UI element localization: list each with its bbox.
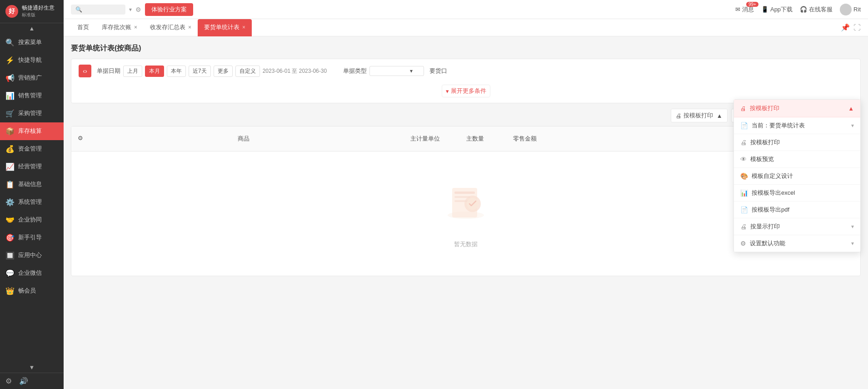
app-name: 畅捷通好生意 (22, 5, 55, 12)
tab-order-stats[interactable]: 要货单统计表 × (198, 19, 252, 36)
date-btn-last-month[interactable]: 上月 (123, 66, 142, 77)
sidebar-item-marketing[interactable]: 📢 营销推广 (0, 69, 64, 87)
sound-icon[interactable]: 🔊 (19, 377, 28, 385)
tab-receivable-close[interactable]: × (188, 24, 191, 30)
sidebar-item-member[interactable]: 👑 畅会员 (0, 282, 64, 300)
topbar-search-box[interactable]: 🔍 (71, 5, 125, 15)
date-range: 2023-06-01 至 2023-06-30 (263, 67, 327, 75)
filter-row: ‹› 单据日期 上月 本月 本年 近7天 更多 自定义 2023-06-01 至… (79, 65, 853, 77)
sidebar-item-label-search: 搜索菜单 (18, 38, 42, 46)
sidebar-item-finance[interactable]: 💰 资金管理 (0, 140, 64, 158)
current-template-item[interactable]: 📄 当前：要货单统计表 ▾ (734, 117, 860, 134)
guide-icon: 🎯 (5, 233, 15, 242)
sidebar-item-label-operation: 经营管理 (18, 162, 42, 171)
dropdown-title: 按模板打印 (750, 104, 779, 112)
topbar-right: ✉ 消息 99+ 📱 App下载 🎧 在线客服 Rit (735, 4, 861, 15)
topbar-dropdown-icon[interactable]: ▾ (129, 6, 132, 13)
sidebar-item-label-sales: 销售管理 (18, 91, 42, 100)
sidebar-item-guide[interactable]: 🎯 新手引导 (0, 229, 64, 247)
expand-label: 展开更多条件 (451, 87, 486, 95)
default-func-icon: ⚙ (740, 240, 746, 247)
template-print-icon: 🖨 (740, 139, 747, 146)
col-product: 商品 (90, 131, 398, 147)
sidebar-item-purchase[interactable]: 🛒 采购管理 (0, 105, 64, 122)
topbar-online-service[interactable]: 🎧 在线客服 (800, 5, 833, 14)
topbar-search-icon: 🔍 (75, 6, 82, 13)
tab-batch-close[interactable]: × (134, 24, 137, 30)
sidebar-item-collab[interactable]: 🤝 企业协同 (0, 211, 64, 229)
sidebar-item-basic[interactable]: 📋 基础信息 (0, 176, 64, 193)
sidebar-item-inventory[interactable]: 📦 库存核算 (0, 122, 64, 140)
topbar-app-download[interactable]: 📱 App下载 (761, 5, 793, 14)
tab-batch[interactable]: 库存批次账 × (95, 19, 144, 36)
trial-button[interactable]: 体验行业方案 (145, 3, 193, 16)
logo-text-block: 畅捷通好生意 标准版 (22, 5, 55, 18)
inventory-icon: 📦 (5, 127, 15, 136)
sidebar-item-label-weixin: 企业微信 (18, 269, 42, 277)
template-preview-item[interactable]: 👁 模板预览 (734, 151, 860, 168)
dropdown-close-arrow[interactable]: ▲ (848, 105, 854, 112)
type-select[interactable]: ▾ (369, 66, 424, 76)
col-settings[interactable]: ⚙ (71, 131, 90, 147)
display-print-item[interactable]: 🖨 按显示打印 ▾ (734, 218, 860, 235)
dropdown-printer-icon: 🖨 (740, 105, 746, 112)
print-btn-label: 按模板打印 (683, 111, 713, 120)
date-btn-this-year[interactable]: 本年 (167, 66, 186, 77)
print-dropdown-arrow: ▲ (717, 112, 723, 119)
marketing-icon: 📢 (5, 74, 15, 82)
tab-home-label: 首页 (77, 23, 89, 31)
template-custom-label: 模板自定义设计 (752, 172, 793, 180)
type-filter: 单据类型 ▾ (343, 66, 424, 76)
tab-expand-icon[interactable]: ⛶ (853, 24, 861, 32)
template-print-item[interactable]: 🖨 按模板打印 (734, 134, 860, 151)
default-func-left: ⚙ 设置默认功能 (740, 239, 785, 248)
sidebar-item-operation[interactable]: 📈 经营管理 (0, 158, 64, 176)
date-btn-more[interactable]: 更多 (214, 66, 233, 77)
tab-pin-icon[interactable]: 📌 (841, 23, 850, 32)
default-func-label: 设置默认功能 (750, 239, 785, 248)
app-download-icon: 📱 (761, 6, 768, 13)
date-btn-custom[interactable]: 自定义 (235, 66, 260, 77)
template-custom-item[interactable]: 🎨 模板自定义设计 (734, 168, 860, 185)
topbar-gear-icon[interactable]: ⚙ (135, 6, 141, 13)
default-func-item[interactable]: ⚙ 设置默认功能 ▾ (734, 235, 860, 252)
topbar-messages[interactable]: ✉ 消息 99+ (735, 5, 754, 14)
sidebar-item-label-quicknav: 快捷导航 (18, 56, 42, 64)
app-download-label: App下载 (770, 5, 793, 14)
tab-receivable[interactable]: 收发存汇总表 × (144, 19, 198, 36)
sidebar-scroll-down[interactable]: ▼ (0, 362, 64, 373)
sidebar-item-label-guide: 新手引导 (18, 233, 42, 242)
logo-icon: 好 (5, 5, 18, 18)
template-excel-item[interactable]: 📊 按模板导出excel (734, 185, 860, 202)
sidebar-item-apps[interactable]: 🔲 应用中心 (0, 247, 64, 264)
date-filter: 单据日期 上月 本月 本年 近7天 更多 自定义 2023-06-01 至 20… (97, 66, 327, 77)
filter-collapse-btn[interactable]: ‹› (79, 65, 91, 77)
filter-expand-btn[interactable]: ▾ 展开更多条件 (442, 85, 490, 97)
order-type-filter: 要货口 (429, 67, 447, 75)
sidebar-item-weixin[interactable]: 💬 企业微信 (0, 264, 64, 282)
tab-bar: 首页 库存批次账 × 收发存汇总表 × 要货单统计表 × 📌 ⛶ (64, 19, 868, 36)
sales-icon: 📊 (5, 91, 15, 100)
app-version: 标准版 (22, 12, 55, 18)
date-btn-this-month[interactable]: 本月 (145, 66, 164, 77)
sidebar-scroll-up[interactable]: ▲ (0, 23, 64, 34)
order-type-label: 要货口 (429, 67, 447, 75)
expand-icon: ▾ (446, 88, 449, 95)
template-pdf-item[interactable]: 📄 按模板导出pdf (734, 202, 860, 218)
svg-rect-2 (454, 192, 475, 194)
sidebar-item-system[interactable]: ⚙️ 系统管理 (0, 193, 64, 211)
settings-icon[interactable]: ⚙ (5, 377, 12, 385)
sidebar-item-label-finance: 资金管理 (18, 145, 42, 153)
tab-order-stats-close[interactable]: × (242, 24, 245, 30)
sidebar-item-quicknav[interactable]: ⚡ 快捷导航 (0, 51, 64, 69)
sidebar-item-search[interactable]: 🔍 搜索菜单 (0, 34, 64, 51)
tab-home[interactable]: 首页 (71, 19, 95, 36)
date-btn-7days[interactable]: 近7天 (189, 66, 211, 77)
template-custom-icon: 🎨 (740, 172, 748, 180)
topbar-user[interactable]: Rit (840, 4, 861, 15)
collab-icon: 🤝 (5, 216, 15, 224)
sidebar-item-label-member: 畅会员 (18, 287, 36, 295)
sidebar-item-sales[interactable]: 📊 销售管理 (0, 87, 64, 105)
print-btn-area[interactable]: 🖨 按模板打印 ▲ (671, 109, 728, 122)
page-content: 要货单统计表(按商品) ‹› 单据日期 上月 本月 本年 近7天 更多 自定义 … (64, 36, 868, 389)
